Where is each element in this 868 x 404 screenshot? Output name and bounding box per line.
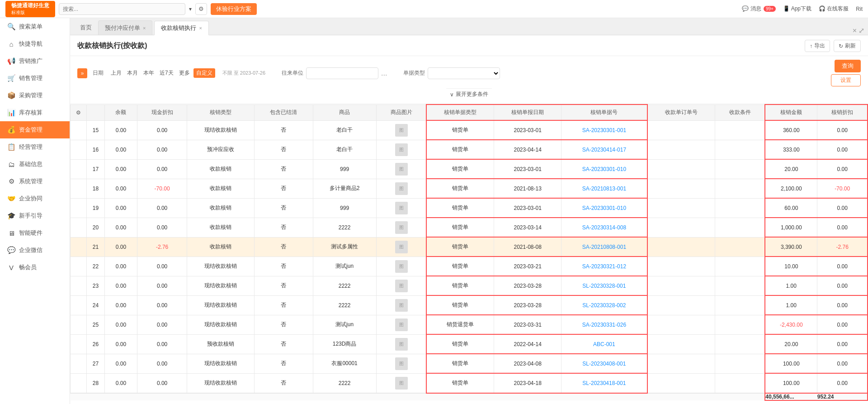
sidebar-item-collab[interactable]: 🤝 企业协同 [0,190,70,207]
query-button[interactable]: 查询 [835,60,861,72]
cell-verify-discount: 0.00 [817,334,868,354]
tab-receipt-verify-close[interactable]: × [199,25,202,31]
sales-icon: 🛒 [7,74,15,82]
online-service-link[interactable]: 🎧 在线客服 [819,5,849,13]
sidebar-item-member[interactable]: V 畅会员 [0,259,70,276]
cell-cash-discount: 0.00 [137,354,187,373]
search-input[interactable] [59,3,185,15]
export-button[interactable]: ↑ 导出 [805,40,830,52]
cell-product: 老白干 [313,120,376,140]
cell-receipt-terms [715,354,765,373]
cell-product: 123D商品 [313,334,376,354]
cell-verify-voucher-no[interactable]: SL-20230418-001 [561,373,647,393]
user-name[interactable]: Rit [856,6,863,12]
from-unit-input[interactable] [306,67,378,79]
inventory-icon: 📊 [7,109,15,117]
table-container[interactable]: ⚙ 余额 现金折扣 核销类型 包含已结清 商品 商品图片 核销单据类型 核销单报… [70,104,868,404]
tab-prepay-close[interactable]: × [143,25,146,31]
date-last-7days[interactable]: 近7天 [158,68,175,78]
tab-receipt-verify-label: 收款核销执行 [161,24,196,32]
cell-verify-voucher-no[interactable]: SA-20230301-010 [561,198,647,218]
table-row: 17 0.00 0.00 收款核销 否 999 图 销货单 2023-03-01… [71,159,868,179]
voucher-type-select[interactable] [428,67,500,79]
sidebar-item-search[interactable]: 🔍 搜索菜单 [0,18,70,35]
date-last-month[interactable]: 上月 [109,68,123,78]
cell-rownum: 21 [87,237,105,257]
cell-verify-voucher-no[interactable]: SA-20210808-001 [561,237,647,257]
industry-solution-button[interactable]: 休验行业方案 [211,3,257,15]
cell-receipt-order-no [647,334,715,354]
cell-verify-amount: 333.00 [765,140,817,159]
window-close-btn[interactable]: × [853,27,857,35]
sidebar-item-inventory[interactable]: 📊 库存核算 [0,104,70,121]
system-icon: ⚙ [7,177,15,185]
sidebar-item-basicinfo[interactable]: 🗂 基础信息 [0,156,70,173]
voucher-no-link[interactable]: SA-20210813-001 [582,185,626,192]
voucher-no-link[interactable]: SA-20230321-012 [582,263,626,270]
sidebar-item-newuser[interactable]: 🎓 新手引导 [0,207,70,224]
sidebar-item-hardware[interactable]: 🖥 智能硬件 [0,224,70,242]
cell-verify-type: 现结收款核销 [187,373,255,393]
date-this-month[interactable]: 本月 [125,68,140,78]
filter-expand-button[interactable]: » [77,68,87,78]
voucher-no-link[interactable]: SA-20230414-017 [582,147,626,153]
tab-home[interactable]: 首页 [74,20,98,35]
sidebar-label-search: 搜索菜单 [19,23,42,31]
cell-verify-voucher-no[interactable]: SL-20230408-001 [561,354,647,373]
voucher-no-link[interactable]: SL-20230418-001 [582,380,626,386]
sidebar-item-system[interactable]: ⚙ 系统管理 [0,173,70,190]
cell-verify-voucher-no[interactable]: SA-20230321-012 [561,257,647,276]
sidebar-item-weixin[interactable]: 💬 企业微信 [0,242,70,259]
cell-include-settled: 否 [254,315,313,334]
setting-button[interactable]: 设置 [831,74,861,86]
app-download-label: App下载 [791,5,811,12]
voucher-no-link[interactable]: SA-20210808-001 [582,244,626,250]
refresh-button[interactable]: ↻ 刷新 [834,40,861,52]
col-verify-voucher-no-header: 核销单据号 [561,105,647,120]
cell-verify-voucher-no[interactable]: ABC-001 [561,334,647,354]
dropdown-arrow[interactable]: ▾ [189,6,192,12]
tab-receipt-verify[interactable]: 收款核销执行 × [154,21,208,35]
voucher-no-link[interactable]: SA-20230331-026 [582,322,626,328]
date-more[interactable]: 更多 [177,68,192,78]
date-custom[interactable]: 自定义 [193,68,215,78]
cell-verify-discount: -2.76 [817,237,868,257]
cell-verify-voucher-no[interactable]: SA-20230414-017 [561,140,647,159]
sidebar-label-hardware: 智能硬件 [19,229,42,237]
settings-icon[interactable]: ⚙ [195,3,207,15]
window-max-btn[interactable]: ⤢ [859,26,864,35]
sidebar-item-quicknav[interactable]: ⌂ 快捷导航 [0,35,70,52]
cell-verify-voucher-no[interactable]: SL-20230328-001 [561,276,647,295]
tab-prepay[interactable]: 预付冲应付单 × [98,20,152,35]
cell-verify-amount: 60.00 [765,198,817,218]
voucher-no-link[interactable]: SL-20230328-002 [582,302,626,309]
voucher-no-link[interactable]: SL-20230328-001 [582,283,626,289]
cell-verify-voucher-no[interactable]: SA-20230301-001 [561,120,647,140]
messages-area[interactable]: 💬 消息 99+ [742,5,776,13]
sidebar-item-operations[interactable]: 📋 经营管理 [0,138,70,156]
col-settings-header[interactable]: ⚙ [71,105,87,120]
cell-verify-voucher-no[interactable]: SA-20230331-026 [561,315,647,334]
sidebar-item-finance[interactable]: 💰 资金管理 [0,121,70,138]
app-download-link[interactable]: 📱 App下载 [783,5,811,13]
cell-receipt-order-no [647,120,715,140]
voucher-no-link[interactable]: SA-20230301-010 [582,166,626,172]
cell-verify-voucher-no[interactable]: SA-20230301-010 [561,159,647,179]
cell-verify-voucher-no[interactable]: SA-20210813-001 [561,179,647,198]
voucher-no-link[interactable]: ABC-001 [593,341,615,347]
sidebar-item-purchase[interactable]: 📦 采购管理 [0,87,70,104]
voucher-no-link[interactable]: SA-20230301-001 [582,127,626,133]
col-receipt-terms-header: 收款条件 [715,105,765,120]
voucher-no-link[interactable]: SA-20230314-008 [582,224,626,231]
cell-verify-voucher-no[interactable]: SA-20230314-008 [561,218,647,237]
expand-more-button[interactable]: ∨ 展开更多条件 [446,88,492,100]
cell-verify-voucher-no[interactable]: SL-20230328-002 [561,295,647,315]
cell-verify-voucher-date: 2023-04-14 [494,140,561,159]
cell-balance: 0.00 [105,237,137,257]
table-row: 16 0.00 0.00 预冲应应收 否 老白干 图 销货单 2023-04-1… [71,140,868,159]
voucher-no-link[interactable]: SL-20230408-001 [582,361,626,367]
voucher-no-link[interactable]: SA-20230301-010 [582,205,626,211]
sidebar-item-sales[interactable]: 🛒 销售管理 [0,70,70,87]
sidebar-item-marketing[interactable]: 📢 营销推广 [0,52,70,70]
date-this-year[interactable]: 本年 [142,68,156,78]
